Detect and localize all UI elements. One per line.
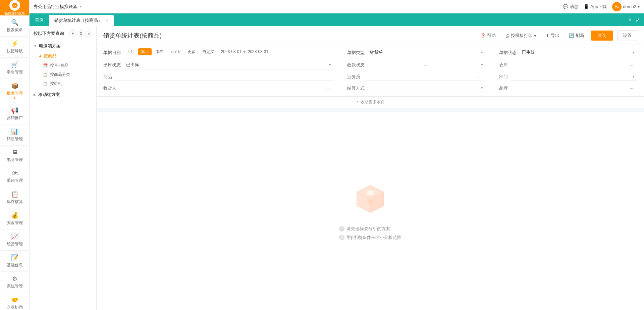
receiver-select[interactable]: ··· <box>119 84 334 92</box>
date-filter-options: 上月 本月 本年 近7天 更多 自定义 2023-03-01 至 2023-03… <box>123 48 334 57</box>
mobile-group-label: 移动端方案 <box>38 92 60 98</box>
sidebar-item-inventory[interactable]: 📋 库存核算 <box>0 187 30 208</box>
sidebar-item-wholesale[interactable]: 📦 批发管理 ▲ <box>0 79 30 103</box>
doc-type-select[interactable]: 销货单 ▾ <box>367 48 485 57</box>
sidebar-label-enterprise: 企业协同 <box>7 305 23 310</box>
tree-node-by-category[interactable]: 📋 按商品分类 <box>30 70 96 79</box>
sidebar-label-retail: 零售管理 <box>7 69 23 75</box>
date-last-7days[interactable]: 近7天 <box>168 48 183 55</box>
svg-text:!: ! <box>369 201 370 204</box>
export-icon: ⬆ <box>546 33 549 38</box>
sidebar-item-ecommerce[interactable]: 🖥 电商管理 <box>0 146 30 166</box>
doc-type-label: 单据类型 <box>347 50 365 56</box>
stock-status-label: 出库状态 <box>103 62 121 68</box>
tree-node-by-month-product[interactable]: 📅 按月+商品 <box>30 61 96 70</box>
date-this-month[interactable]: 本月 <box>138 48 152 55</box>
sidebar-item-retail[interactable]: 🛒 零售管理 <box>0 58 30 79</box>
user-name: demo2 <box>623 4 636 9</box>
tab-minimize-btn[interactable]: × <box>627 15 633 24</box>
svg-point-6 <box>368 200 373 205</box>
top-header: 办公用品行业模拟账套 ▾ 💬 消息 📱 App下载 Ea demo2 ▾ <box>30 0 644 13</box>
query-btn[interactable]: 查询 <box>591 31 613 41</box>
svg-point-0 <box>12 3 17 8</box>
add-scheme-btn[interactable]: + <box>69 30 76 37</box>
message-btn[interactable]: 💬 消息 <box>563 4 578 10</box>
doc-status-select[interactable]: 已生效 ▾ <box>519 48 637 57</box>
date-label: 单据日期 <box>103 50 121 56</box>
print-icon: 🖨 <box>505 33 509 38</box>
sidebar-item-system[interactable]: ⚙ 系统管理 <box>0 272 30 293</box>
receiver-dots[interactable]: ··· <box>325 86 331 91</box>
help-label: 帮助 <box>487 33 496 39</box>
warehouse-select[interactable]: ··· <box>511 61 637 69</box>
payment-method-arrow: ▾ <box>481 86 483 90</box>
app-download-btn[interactable]: 📱 App下载 <box>584 4 607 10</box>
sidebar-item-enterprise[interactable]: 🤝 企业协同 <box>0 293 30 310</box>
brand-select[interactable]: ··· <box>511 84 637 92</box>
settings-scheme-btn[interactable]: ⚙ <box>77 30 84 37</box>
sidebar-label-wholesale: 批发管理 <box>7 91 23 96</box>
tab-expand-btn[interactable]: ⤢ <box>634 15 641 24</box>
export-btn[interactable]: ⬆ 导出 <box>543 31 562 40</box>
help-btn[interactable]: ❓ 帮助 <box>478 31 498 40</box>
filter-row-3: 商品 ··· 业务员 ··· <box>103 73 637 81</box>
tab-report[interactable]: 销货单统计表（按商品） × <box>49 15 114 26</box>
template-print-btn[interactable]: 🖨 按模板打印 ▾ <box>502 31 539 40</box>
user-dropdown: ▾ <box>638 4 640 9</box>
stock-status-select[interactable]: 已出库 ▾ <box>123 60 334 69</box>
sidebar-item-quick-nav[interactable]: ⚡ 快捷导航 <box>0 37 30 58</box>
payment-status-select[interactable]: ··· ▾ <box>367 61 485 69</box>
mobile-group: ▶ 移动端方案 <box>30 90 96 100</box>
date-this-year[interactable]: 本年 <box>153 48 166 55</box>
user-profile[interactable]: Ea demo2 ▾ <box>612 2 640 11</box>
warehouse-dots[interactable]: ··· <box>628 62 635 67</box>
sidebar-item-basic-info[interactable]: 📝 基础信息 <box>0 251 30 272</box>
marketing-icon: 📢 <box>11 107 18 114</box>
staff-dots[interactable]: ··· <box>477 74 483 79</box>
sidebar-item-finance[interactable]: 💰 资金管理 <box>0 208 30 229</box>
left-panel-header: 按以下方案查询 + ⚙ « <box>30 30 96 40</box>
payment-status-dots[interactable]: ··· <box>422 62 429 67</box>
filter-payment-method: 结算方式 ▾ <box>347 85 485 92</box>
left-panel: 按以下方案查询 + ⚙ « ▼ 电脑端方案 <box>30 26 97 310</box>
sidebar-item-sales[interactable]: 📊 销售管理 <box>0 124 30 146</box>
refresh-btn[interactable]: 🔄 刷新 <box>566 31 587 40</box>
product-select[interactable]: ··· <box>115 73 334 81</box>
sidebar-item-purchase[interactable]: 🛍 采购管理 <box>0 166 30 187</box>
collapse-panel-btn[interactable]: « <box>86 30 92 37</box>
collapse-bar[interactable]: ∧ 收起更多条件 <box>97 97 644 108</box>
sidebar-item-marketing[interactable]: 📢 营销推广 <box>0 103 30 124</box>
date-last-month[interactable]: 上月 <box>123 48 137 55</box>
content-area: 按以下方案查询 + ⚙ « ▼ 电脑端方案 <box>30 26 644 310</box>
download-icon: 📱 <box>584 4 589 9</box>
tab-close-btn[interactable]: × <box>106 18 108 23</box>
brand-dots[interactable]: ··· <box>628 86 635 91</box>
date-custom[interactable]: 自定义 <box>200 48 217 55</box>
by-category-label: 按商品分类 <box>50 72 70 78</box>
tab-home[interactable]: 首页 <box>30 13 49 26</box>
sidebar-label-marketing: 营销推广 <box>7 115 23 121</box>
sidebar-label-inventory: 库存核算 <box>7 199 23 205</box>
mobile-group-header[interactable]: ▶ 移动端方案 <box>30 90 96 100</box>
tree-node-by-product[interactable]: ● 按商品 <box>30 51 96 61</box>
date-more[interactable]: 更多 <box>185 48 198 55</box>
tree-node-by-cashier[interactable]: 📋 按司机 <box>30 79 96 88</box>
filter-doc-status: 单据状态 已生效 ▾ <box>499 48 637 57</box>
payment-status-arrow: ▾ <box>481 63 483 67</box>
product-dots[interactable]: ··· <box>325 74 331 79</box>
collapse-label: ∧ 收起更多条件 <box>356 100 384 104</box>
staff-select[interactable]: ··· <box>363 73 485 81</box>
page-settings-btn[interactable]: 设置 <box>617 30 637 41</box>
page-title: 销货单统计表(按商品) <box>103 32 162 40</box>
industry-dropdown[interactable]: ▾ <box>80 4 82 9</box>
payment-method-select[interactable]: ▾ <box>367 85 485 92</box>
empty-illustration: ! <box>350 179 390 219</box>
report-tab-label: 销货单统计表（按商品） <box>54 17 102 23</box>
sidebar-item-operations[interactable]: 📈 经营管理 <box>0 229 30 251</box>
tab-bar-actions: × ⤢ <box>627 15 644 24</box>
sidebar-item-search[interactable]: 🔍 搜索菜单 <box>0 15 30 37</box>
dept-select[interactable]: ▾ <box>511 73 637 81</box>
avatar-initials: Ea <box>614 4 620 9</box>
hint-2: 2 用[过滤]条件来缩小分析范围 <box>339 235 401 241</box>
desktop-group-header[interactable]: ▼ 电脑端方案 <box>30 41 96 51</box>
